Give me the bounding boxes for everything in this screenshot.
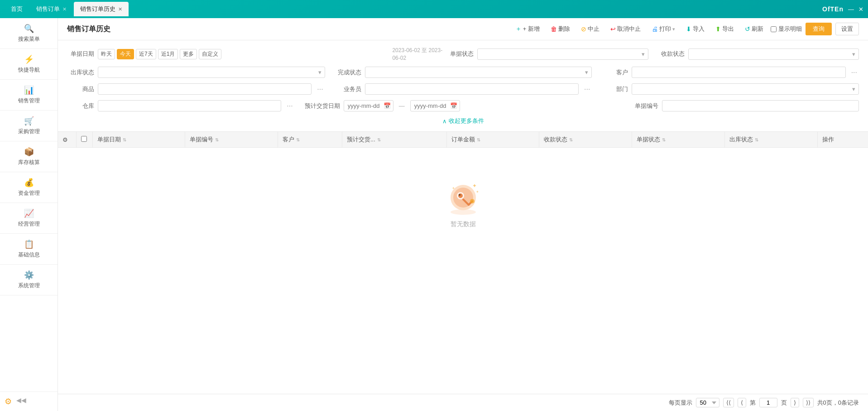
page-size-select[interactable]: 50 10 20 100 xyxy=(696,398,719,407)
settings-button[interactable]: 设置 xyxy=(835,23,859,35)
table-area: ⚙ 单据日期 ⇅ xyxy=(58,132,868,411)
svg-point-5 xyxy=(459,194,460,196)
quick-nav-icon: ⚡ xyxy=(24,54,34,64)
filter-out-status: 出库状态 ▾ xyxy=(67,67,325,78)
sidebar-item-search-menu[interactable]: 🔍 搜索菜单 xyxy=(0,18,58,49)
sidebar-item-base-info[interactable]: 📋 基础信息 xyxy=(0,234,58,265)
collapse-row[interactable]: ∧ 收起更多条件 xyxy=(67,117,859,125)
order-status-input[interactable] xyxy=(477,48,648,60)
th-delivery: 预计交货... ⇅ xyxy=(342,132,446,148)
date-today[interactable]: 今天 xyxy=(117,49,134,59)
sidebar-item-sales-mgmt[interactable]: 📊 销售管理 xyxy=(0,80,58,111)
th-checkbox[interactable] xyxy=(76,132,92,148)
payment-status-input[interactable] xyxy=(688,48,859,60)
sidebar-item-sys-mgmt[interactable]: ⚙️ 系统管理 xyxy=(0,265,58,295)
total-text: 共0页，0条记录 xyxy=(817,399,859,407)
product-dots[interactable]: ··· xyxy=(315,85,325,93)
complete-status-label: 完成状态 xyxy=(334,68,361,77)
sidebar-item-quick-nav[interactable]: ⚡ 快捷导航 xyxy=(0,49,58,80)
add-button[interactable]: ＋ + 新增 xyxy=(512,23,543,35)
delete-button[interactable]: 🗑 删除 xyxy=(547,23,574,35)
show-detail-checkbox[interactable]: 显示明细 xyxy=(771,25,802,33)
toolbar: ＋ + 新增 🗑 删除 ⊘ 中止 ↩ 取消中止 🖨 打印 xyxy=(512,23,859,35)
refresh-button[interactable]: ↺ 刷新 xyxy=(741,23,767,35)
sort-delivery[interactable]: 预计交货... ⇅ xyxy=(347,135,442,144)
department-select-wrap: ▾ xyxy=(632,83,859,95)
sidebar-settings-icon[interactable]: ⚙ xyxy=(5,396,12,406)
sidebar-item-operations[interactable]: 📈 经营管理 xyxy=(0,203,58,234)
warehouse-dots[interactable]: ··· xyxy=(285,102,294,110)
complete-status-input[interactable] xyxy=(365,67,592,78)
sidebar: 🔍 搜索菜单 ⚡ 快捷导航 📊 销售管理 🛒 采购管理 📦 库存核算 💰 资金管… xyxy=(0,18,58,411)
sort-amount[interactable]: 订单金额 ⇅ xyxy=(451,135,535,144)
department-label: 部门 xyxy=(601,85,628,93)
delivery-date-end[interactable] xyxy=(410,100,460,111)
sidebar-expand-icon[interactable]: ◀◀ xyxy=(16,396,26,406)
cancel-stop-button[interactable]: ↩ 取消中止 xyxy=(607,23,644,35)
date-yesterday[interactable]: 昨天 xyxy=(98,49,115,59)
pagination: 每页显示 50 10 20 100 ⟨⟨ ⟨ 第 页 ⟩ ⟩⟩ 共0页，0条记录 xyxy=(58,394,868,411)
gear-icon[interactable]: ⚙ xyxy=(62,136,68,143)
export-button[interactable]: ⬆ 导出 xyxy=(712,23,738,35)
department-input[interactable] xyxy=(632,83,859,95)
svg-text:✦: ✦ xyxy=(472,183,477,189)
stop-button[interactable]: ⊘ 中止 xyxy=(577,23,603,35)
finance-icon: 💰 xyxy=(24,178,34,188)
sort-number[interactable]: 单据编号 ⇅ xyxy=(190,135,273,144)
customer-input[interactable] xyxy=(632,67,845,78)
window-minimize[interactable]: — xyxy=(848,6,854,13)
warehouse-input[interactable] xyxy=(98,100,281,111)
payment-status-select-wrap: ▾ xyxy=(688,48,859,60)
select-all-checkbox[interactable] xyxy=(81,136,87,142)
out-status-input[interactable] xyxy=(98,67,325,78)
sidebar-item-purchase-mgmt[interactable]: 🛒 采购管理 xyxy=(0,111,58,141)
prev-page-btn[interactable]: ⟨ xyxy=(738,398,746,407)
tab-home[interactable]: 首页 xyxy=(5,2,29,16)
out-status-select-wrap: ▾ xyxy=(98,67,325,78)
sys-mgmt-icon: ⚙️ xyxy=(24,270,34,280)
tab-sales-order-history[interactable]: 销售订单历史 ✕ xyxy=(74,2,129,16)
import-button[interactable]: ⬇ 导入 xyxy=(682,23,708,35)
filter-order-status: 单据状态 ▾ xyxy=(446,48,648,60)
first-page-btn[interactable]: ⟨⟨ xyxy=(723,398,734,407)
print-button[interactable]: 🖨 打印 ▾ xyxy=(648,23,679,35)
search-menu-icon: 🔍 xyxy=(24,24,34,34)
sidebar-item-label-finance: 资金管理 xyxy=(18,189,40,197)
sort-payment-status[interactable]: 收款状态 ⇅ xyxy=(544,135,627,144)
sort-out-status[interactable]: 出库状态 ⇅ xyxy=(729,135,813,144)
th-gear[interactable]: ⚙ xyxy=(58,132,76,148)
tab-sales-order[interactable]: 销售订单 ✕ xyxy=(30,2,73,16)
sort-delivery-icon: ⇅ xyxy=(377,137,381,142)
page-title: 销售订单历史 xyxy=(67,24,110,34)
last-page-btn[interactable]: ⟩⟩ xyxy=(803,398,814,407)
page-num-input[interactable] xyxy=(759,398,777,407)
window-close[interactable]: ✕ xyxy=(858,6,863,13)
product-label: 商品 xyxy=(67,85,94,93)
tab-sales-order-history-close[interactable]: ✕ xyxy=(118,6,122,12)
delivery-date-start[interactable] xyxy=(344,100,393,111)
date-more[interactable]: 更多 xyxy=(180,49,197,59)
customer-dots[interactable]: ··· xyxy=(849,68,859,77)
filter-warehouse: 仓库 ··· xyxy=(67,100,295,111)
sort-customer[interactable]: 客户 ⇅ xyxy=(283,135,337,144)
sort-order-status[interactable]: 单据状态 ⇅ xyxy=(637,135,720,144)
product-input[interactable] xyxy=(98,83,312,95)
query-button[interactable]: 查询 xyxy=(806,23,832,35)
show-detail-input[interactable] xyxy=(771,26,777,32)
sidebar-item-inventory[interactable]: 📦 库存核算 xyxy=(0,141,58,172)
tab-home-label: 首页 xyxy=(11,5,23,13)
sidebar-item-label-quick-nav: 快捷导航 xyxy=(18,66,40,74)
cancel-stop-icon: ↩ xyxy=(610,25,616,33)
order-no-input[interactable] xyxy=(662,100,859,111)
sort-date[interactable]: 单据日期 ⇅ xyxy=(97,135,181,144)
refresh-icon: ↺ xyxy=(745,25,750,33)
salesperson-dots[interactable]: ··· xyxy=(582,85,592,93)
date-last1m[interactable]: 近1月 xyxy=(158,49,178,59)
brand-text: OfTEn xyxy=(822,5,844,13)
tab-sales-order-close[interactable]: ✕ xyxy=(62,6,67,12)
sidebar-item-finance[interactable]: 💰 资金管理 xyxy=(0,172,58,203)
next-page-btn[interactable]: ⟩ xyxy=(791,398,799,407)
salesperson-input[interactable] xyxy=(365,83,579,95)
date-custom[interactable]: 自定义 xyxy=(199,49,221,59)
date-last7[interactable]: 近7天 xyxy=(136,49,156,59)
